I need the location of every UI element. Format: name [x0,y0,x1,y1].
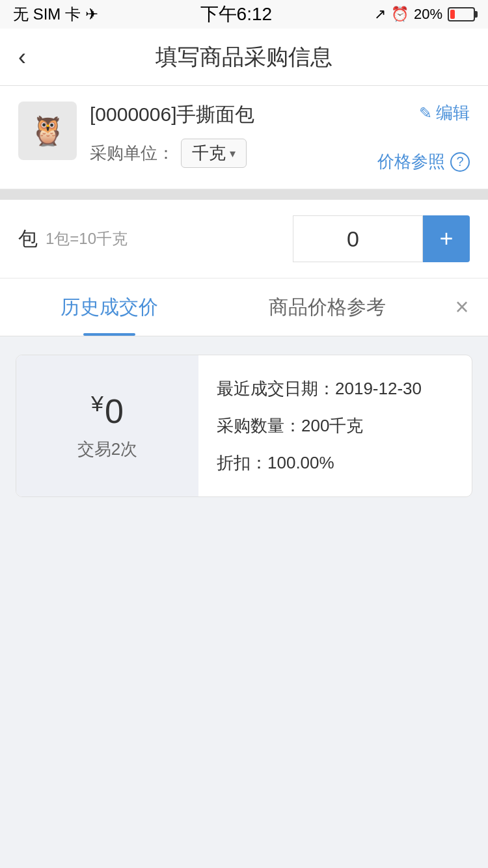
nav-bar: ‹ 填写商品采购信息 [0,29,488,86]
help-icon[interactable]: ? [450,152,470,172]
section-divider [0,189,488,200]
edit-label: 编辑 [436,102,470,124]
history-price-section: ¥0 交易2次 [16,355,198,496]
tab-reference-label: 商品价格参考 [269,294,386,321]
qty-input[interactable] [293,215,423,262]
main-content: ¥0 交易2次 最近成交日期：2019-12-30 采购数量：200千克 折扣：… [0,355,488,868]
tab-reference[interactable]: 商品价格参考 [218,278,436,336]
qty-input-group: + [293,215,470,262]
history-trade-count: 交易2次 [77,438,137,461]
qty-plus-button[interactable]: + [423,215,470,262]
unit-label: 采购单位： [90,142,174,165]
unit-select[interactable]: 千克 ▾ [181,139,247,168]
product-image: 🦉 [18,102,77,160]
alarm-icon: ⏰ [391,6,409,23]
status-bar: 无 SIM 卡 ✈ 下午6:12 ↗ ⏰ 20% [0,0,488,29]
product-info: [0000006]手撕面包 采购单位： 千克 ▾ [90,102,254,168]
tab-history-label: 历史成交价 [61,294,158,321]
battery-pct: 20% [414,6,442,23]
discount-label: 折扣： [217,453,267,472]
history-price: ¥0 [91,391,124,431]
quantity-row: 包 1包=10千克 + [0,200,488,278]
price-ref-button[interactable]: 价格参照 [377,150,445,173]
last-date-label: 最近成交日期： [217,379,335,398]
discount-row: 折扣：100.00% [217,450,454,476]
history-card: ¥0 交易2次 最近成交日期：2019-12-30 采购数量：200千克 折扣：… [16,355,472,497]
battery-icon [448,7,475,21]
status-left: 无 SIM 卡 ✈ [13,4,98,25]
history-details-section: 最近成交日期：2019-12-30 采购数量：200千克 折扣：100.00% [198,355,472,496]
status-time: 下午6:12 [200,2,273,27]
edit-icon: ✎ [419,104,432,122]
panel: 历史成交价 商品价格参考 × ¥0 交易2次 最近成交日期：2019-12-30… [0,278,488,868]
signal-text: 无 SIM 卡 ✈ [13,4,98,25]
product-unit-row: 采购单位： 千克 ▾ [90,139,254,168]
qty-detail-value: 200千克 [301,416,363,435]
product-card: 🦉 [0000006]手撕面包 采购单位： 千克 ▾ ✎ 编辑 价格参照 [0,86,488,189]
qty-unit: 包 [18,226,38,252]
close-panel-button[interactable]: × [436,278,488,336]
location-icon: ↗ [374,6,386,23]
discount-value: 100.00% [267,453,334,472]
purchase-qty-row: 采购数量：200千克 [217,413,454,439]
edit-button[interactable]: ✎ 编辑 [419,102,470,124]
last-date-row: 最近成交日期：2019-12-30 [217,376,454,401]
currency-symbol: ¥ [91,391,103,416]
qty-conversion: 1包=10千克 [46,228,128,249]
qty-detail-label: 采购数量： [217,416,301,435]
chevron-down-icon: ▾ [230,146,236,161]
tab-history[interactable]: 历史成交价 [0,278,218,336]
price-ref-row: 价格参照 ? [377,150,470,173]
tab-active-indicator [83,333,135,336]
product-thumbnail-icon: 🦉 [30,114,66,148]
qty-label-group: 包 1包=10千克 [18,226,128,252]
back-button[interactable]: ‹ [18,44,26,71]
product-name: [0000006]手撕面包 [90,102,254,128]
status-right: ↗ ⏰ 20% [374,6,475,23]
unit-value: 千克 [192,142,226,165]
price-value: 0 [105,393,124,431]
last-date-value: 2019-12-30 [335,379,422,398]
page-title: 填写商品采购信息 [156,42,332,72]
tabs-bar: 历史成交价 商品价格参考 × [0,278,488,336]
